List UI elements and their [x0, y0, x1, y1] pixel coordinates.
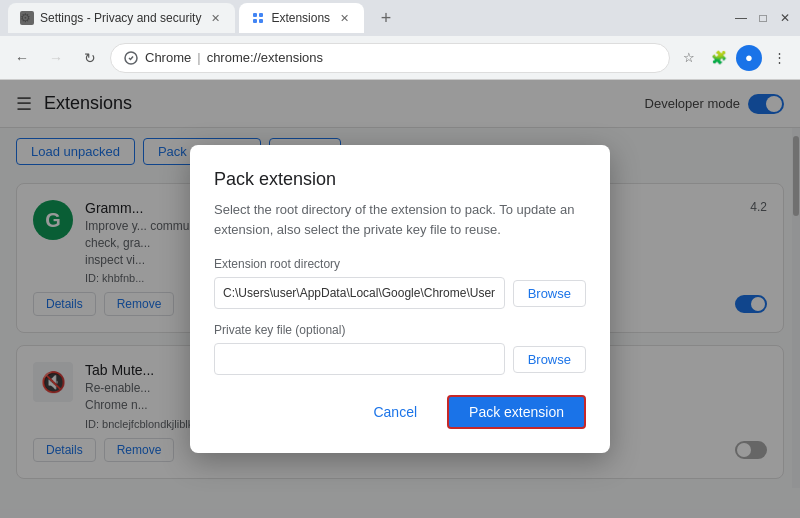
- bookmark-icon[interactable]: ☆: [676, 45, 702, 71]
- profile-icon[interactable]: ●: [736, 45, 762, 71]
- url-security-icon: [123, 50, 139, 66]
- private-key-label: Private key file (optional): [214, 323, 586, 337]
- title-bar: ⚙ Settings - Privacy and security ✕ Exte…: [0, 0, 800, 36]
- settings-tab[interactable]: ⚙ Settings - Privacy and security ✕: [8, 3, 235, 33]
- browser-frame: ⚙ Settings - Privacy and security ✕ Exte…: [0, 0, 800, 518]
- private-key-input[interactable]: [214, 343, 505, 375]
- extensions-tab-label: Extensions: [271, 11, 330, 25]
- root-dir-label: Extension root directory: [214, 257, 586, 271]
- root-dir-browse-button[interactable]: Browse: [513, 280, 586, 307]
- close-button[interactable]: ✕: [778, 11, 792, 25]
- url-chrome-label: Chrome: [145, 50, 191, 65]
- pack-extension-dialog: Pack extension Select the root directory…: [190, 145, 610, 453]
- extensions-tab-close[interactable]: ✕: [336, 10, 352, 26]
- url-bar[interactable]: Chrome | chrome://extensions: [110, 43, 670, 73]
- dialog-description: Select the root directory of the extensi…: [214, 200, 586, 239]
- minimize-button[interactable]: —: [734, 11, 748, 25]
- root-dir-input[interactable]: [214, 277, 505, 309]
- svg-rect-1: [259, 13, 263, 17]
- extensions-icon[interactable]: 🧩: [706, 45, 732, 71]
- window-controls: — □ ✕: [734, 11, 792, 25]
- forward-button[interactable]: →: [42, 44, 70, 72]
- settings-tab-icon: ⚙: [20, 11, 34, 25]
- dialog-overlay: Pack extension Select the root directory…: [0, 80, 800, 518]
- back-button[interactable]: ←: [8, 44, 36, 72]
- root-dir-row: Browse: [214, 277, 586, 309]
- settings-tab-label: Settings - Privacy and security: [40, 11, 201, 25]
- private-key-browse-button[interactable]: Browse: [513, 346, 586, 373]
- url-text: chrome://extensions: [207, 50, 657, 65]
- cancel-button[interactable]: Cancel: [353, 395, 437, 429]
- svg-rect-3: [259, 19, 263, 23]
- pack-extension-confirm-button[interactable]: Pack extension: [447, 395, 586, 429]
- extensions-tab[interactable]: Extensions ✕: [239, 3, 364, 33]
- maximize-button[interactable]: □: [756, 11, 770, 25]
- reload-button[interactable]: ↻: [76, 44, 104, 72]
- extensions-tab-icon: [251, 11, 265, 25]
- address-right-actions: ☆ 🧩 ● ⋮: [676, 45, 792, 71]
- svg-rect-2: [253, 19, 257, 23]
- private-key-row: Browse: [214, 343, 586, 375]
- address-bar: ← → ↻ Chrome | chrome://extensions ☆ 🧩 ●…: [0, 36, 800, 80]
- new-tab-button[interactable]: +: [372, 4, 400, 32]
- dialog-title: Pack extension: [214, 169, 586, 190]
- settings-tab-close[interactable]: ✕: [207, 10, 223, 26]
- menu-icon[interactable]: ⋮: [766, 45, 792, 71]
- dialog-actions: Cancel Pack extension: [214, 395, 586, 429]
- svg-rect-0: [253, 13, 257, 17]
- url-separator: |: [197, 50, 200, 65]
